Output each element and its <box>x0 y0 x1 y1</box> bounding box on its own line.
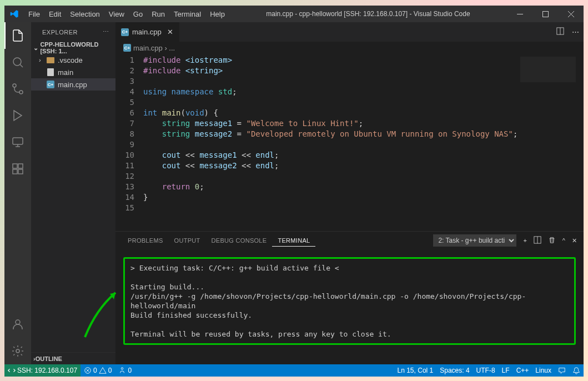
remote-explorer-icon[interactable] <box>4 129 31 156</box>
close-panel-icon[interactable]: ✕ <box>572 237 577 244</box>
tab-main-cpp[interactable]: C+ main.cpp ✕ <box>115 22 180 42</box>
errors-warnings[interactable]: 0 0 <box>81 367 115 374</box>
panel-tab-terminal[interactable]: TERMINAL <box>272 237 315 247</box>
svg-point-1 <box>13 58 21 66</box>
tree-item--vscode[interactable]: ›.vscode <box>31 54 115 66</box>
split-terminal-icon[interactable] <box>534 236 541 245</box>
search-icon[interactable] <box>4 49 31 76</box>
svg-rect-7 <box>13 169 17 174</box>
menu-edit[interactable]: Edit <box>44 10 66 18</box>
svg-point-9 <box>16 320 20 324</box>
encoding[interactable]: UTF-8 <box>473 367 499 374</box>
bottom-panel: PROBLEMSOUTPUTDEBUG CONSOLETERMINAL 2: T… <box>115 231 584 364</box>
code-editor[interactable]: 123456789101112131415 #include <iostream… <box>115 54 584 231</box>
indentation[interactable]: Spaces: 4 <box>436 367 473 374</box>
svg-point-10 <box>16 349 19 353</box>
window-title: main.cpp - cpp-helloworld [SSH: 192.168.… <box>229 10 507 18</box>
maximize-button[interactable] <box>532 6 558 22</box>
tree-item-main[interactable]: main <box>31 66 115 78</box>
notifications-icon[interactable] <box>569 367 584 374</box>
panel-tab-problems[interactable]: PROBLEMS <box>122 237 169 244</box>
menu-selection[interactable]: Selection <box>66 10 104 18</box>
tab-more-icon[interactable]: ⋯ <box>572 28 579 36</box>
close-tab-icon[interactable]: ✕ <box>166 28 175 37</box>
svg-rect-0 <box>542 11 548 17</box>
panel-tab-debug-console[interactable]: DEBUG CONSOLE <box>206 237 273 244</box>
close-button[interactable] <box>558 6 584 22</box>
feedback-icon[interactable] <box>555 367 569 374</box>
svg-point-14 <box>122 368 124 370</box>
explorer-icon[interactable] <box>4 22 31 49</box>
svg-rect-6 <box>18 164 23 168</box>
annotation-arrow-icon <box>79 282 124 343</box>
language-mode[interactable]: C++ <box>513 367 532 374</box>
vscode-logo-icon <box>4 9 24 18</box>
menu-file[interactable]: File <box>24 10 44 18</box>
os-indicator[interactable]: Linux <box>532 367 555 374</box>
panel-tab-output[interactable]: OUTPUT <box>169 237 206 244</box>
accounts-icon[interactable] <box>4 311 31 338</box>
tree-item-main-cpp[interactable]: C+main.cpp <box>31 78 115 91</box>
settings-gear-icon[interactable] <box>4 338 31 364</box>
svg-rect-5 <box>13 164 17 168</box>
terminal-output[interactable]: > Executing task: C/C++: g++ build activ… <box>115 249 584 364</box>
menu-run[interactable]: Run <box>147 10 169 18</box>
menu-go[interactable]: Go <box>129 10 147 18</box>
sidebar-title: EXPLORER <box>42 29 78 36</box>
eol[interactable]: LF <box>499 367 513 374</box>
explorer-section-header[interactable]: ⌄CPP-HELLOWORLD [SSH: 1... <box>31 42 115 54</box>
svg-point-3 <box>19 91 23 94</box>
sidebar-more-icon[interactable]: ⋯ <box>103 28 109 36</box>
tab-label: main.cpp <box>132 28 162 36</box>
source-control-icon[interactable] <box>4 76 31 102</box>
breadcrumb[interactable]: C+ main.cpp › ... <box>115 42 584 54</box>
maximize-panel-icon[interactable]: ^ <box>562 237 565 244</box>
outline-section[interactable]: ›OUTLINE <box>31 352 115 364</box>
editor-tabs: C+ main.cpp ✕ ⋯ <box>115 22 584 42</box>
title-bar: FileEditSelectionViewGoRunTerminalHelp m… <box>4 6 584 22</box>
status-bar: SSH: 192.168.0.107 0 0 0 Ln 15, Col 1 Sp… <box>4 364 584 377</box>
extensions-icon[interactable] <box>4 156 31 182</box>
svg-point-2 <box>13 84 16 87</box>
svg-rect-4 <box>13 138 23 144</box>
menu-terminal[interactable]: Terminal <box>169 10 205 18</box>
ports[interactable]: 0 <box>115 367 135 374</box>
kill-terminal-icon[interactable] <box>548 236 556 245</box>
menu-help[interactable]: Help <box>205 10 229 18</box>
run-debug-icon[interactable] <box>4 102 31 129</box>
remote-indicator[interactable]: SSH: 192.168.0.107 <box>4 364 81 377</box>
menu-view[interactable]: View <box>104 10 129 18</box>
minimap[interactable] <box>520 57 576 82</box>
minimize-button[interactable] <box>507 6 532 22</box>
cursor-position[interactable]: Ln 15, Col 1 <box>394 367 437 374</box>
svg-rect-8 <box>18 169 23 174</box>
new-terminal-icon[interactable]: + <box>523 237 526 244</box>
terminal-selector[interactable]: 2: Task - g++ build activ <box>433 234 516 247</box>
activity-bar <box>4 22 31 364</box>
split-editor-icon[interactable] <box>556 27 564 37</box>
